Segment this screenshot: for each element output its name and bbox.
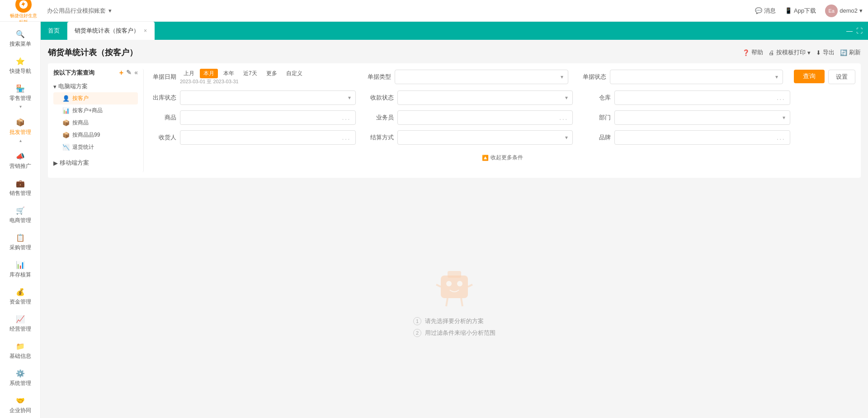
scheme-collapse-btn[interactable]: « bbox=[134, 69, 138, 77]
logo-icon bbox=[15, 0, 32, 13]
minimize-icon[interactable]: — bbox=[846, 27, 853, 34]
message-icon: 💬 bbox=[755, 7, 762, 14]
print-label: 按模板打印 bbox=[776, 48, 806, 57]
empty-tip-2: 2 用过滤条件来缩小分析范围 bbox=[413, 329, 495, 337]
sidebar-item-system-mgmt[interactable]: ⚙️ 系统管理 bbox=[0, 365, 40, 392]
settlement-chevron-icon: ▾ bbox=[565, 134, 568, 141]
tab-close-icon[interactable]: × bbox=[144, 28, 147, 34]
scheme-item-by-customer-product[interactable]: 📊 按客户+商品 bbox=[53, 104, 138, 117]
svg-rect-1 bbox=[448, 271, 461, 278]
out-status-input[interactable]: ▾ bbox=[180, 90, 356, 105]
date-tab-this-month[interactable]: 本月 bbox=[200, 69, 218, 78]
date-tab-more[interactable]: 更多 bbox=[263, 69, 281, 78]
operations-mgmt-icon: 📈 bbox=[16, 315, 25, 323]
filter-field-brand: 品牌 ... bbox=[584, 130, 790, 145]
app-download-btn[interactable]: 📱 App下载 bbox=[785, 7, 816, 15]
settlement-label: 结算方式 bbox=[367, 133, 394, 142]
svg-line-4 bbox=[436, 285, 441, 287]
date-tab-custom[interactable]: 自定义 bbox=[283, 69, 306, 78]
scheme-group-desktop-title[interactable]: ▾ 电脑端方案 bbox=[53, 81, 138, 92]
scheme-item-by-product-99-label: 按商品品99 bbox=[72, 131, 100, 139]
scheme-group-desktop-arrow-icon: ▾ bbox=[53, 83, 57, 90]
sales-mgmt-icon: 💼 bbox=[16, 179, 25, 188]
warehouse-input[interactable]: ... bbox=[614, 90, 790, 105]
print-btn[interactable]: 🖨 按模板打印 ▾ bbox=[769, 48, 811, 57]
retail-mgmt-icon: 🏪 bbox=[16, 84, 25, 93]
scheme-item-by-product-99[interactable]: 📦 按商品品99 bbox=[53, 129, 138, 141]
refresh-label: 刷新 bbox=[849, 48, 861, 57]
sidebar-item-sales-mgmt[interactable]: 💼 销售管理 bbox=[0, 175, 40, 202]
wholesale-arrow-icon: ▴ bbox=[19, 138, 22, 143]
user-menu[interactable]: Ea demo2 ▾ bbox=[825, 5, 863, 17]
sidebar-item-basic-info[interactable]: 📁 基础信息 bbox=[0, 337, 40, 365]
scheme-title: 按以下方案查询 bbox=[53, 69, 94, 77]
department-input[interactable]: ▾ bbox=[614, 110, 790, 125]
sidebar-item-quick-nav[interactable]: ⭐ 快捷导航 bbox=[0, 52, 40, 80]
sidebar-item-wholesale-mgmt[interactable]: 📦 批发管理 ▴ bbox=[0, 114, 40, 147]
sidebar-item-enterprise-collab[interactable]: 🤝 企业协同 bbox=[0, 392, 40, 418]
breadcrumb: 办公用品行业模拟账套 ▾ bbox=[47, 7, 112, 15]
tab-home[interactable]: 首页 bbox=[41, 22, 67, 40]
sidebar-item-finance-mgmt[interactable]: 💰 资金管理 bbox=[0, 283, 40, 310]
sidebar-item-search-menu[interactable]: 🔍 搜索菜单 bbox=[0, 25, 40, 52]
query-button[interactable]: 查询 bbox=[794, 70, 825, 83]
quick-nav-icon: ⭐ bbox=[16, 57, 25, 66]
receipt-status-input[interactable]: ▾ bbox=[397, 90, 573, 105]
scheme-panel: 按以下方案查询 + ✎ « ▾ 电脑端方案 bbox=[53, 69, 144, 172]
scheme-add-btn[interactable]: + bbox=[119, 69, 123, 77]
date-tab-7days[interactable]: 近7天 bbox=[240, 69, 261, 78]
collapse-bar[interactable]: 🔼 收起更多条件 bbox=[149, 150, 855, 165]
page-content: 销货单统计表（按客户） ❓ 帮助 🖨 按模板打印 ▾ ⬇ bbox=[41, 40, 868, 418]
export-btn[interactable]: ⬇ 导出 bbox=[816, 48, 835, 57]
sidebar-label-retail: 零售管理 bbox=[9, 95, 31, 102]
sidebar-item-marketing[interactable]: 📣 营销推广 bbox=[0, 147, 40, 175]
settlement-input[interactable]: ▾ bbox=[397, 130, 573, 145]
collapse-label: 收起更多条件 bbox=[491, 154, 523, 162]
scheme-group-mobile-label: 移动端方案 bbox=[60, 159, 89, 167]
filter-row-4: 收货人 ... 结算方式 ▾ bbox=[149, 130, 855, 145]
enterprise-collab-icon: 🤝 bbox=[16, 396, 25, 405]
receiver-input[interactable]: ... bbox=[180, 130, 356, 145]
filter-field-doc-type: 单据类型 ▾ bbox=[364, 70, 568, 84]
product-input[interactable]: ... bbox=[180, 110, 356, 125]
date-label: 单据日期 bbox=[149, 73, 176, 81]
scheme-group-mobile-title[interactable]: ▶ 移动端方案 bbox=[53, 157, 138, 169]
help-btn[interactable]: ❓ 帮助 bbox=[742, 48, 763, 57]
scheme-item-by-product[interactable]: 📦 按商品 bbox=[53, 117, 138, 129]
brand-input[interactable]: ... bbox=[614, 130, 790, 145]
scheme-edit-btn[interactable]: ✎ bbox=[126, 69, 132, 77]
settings-button[interactable]: 设置 bbox=[828, 70, 855, 84]
sidebar-item-retail-mgmt[interactable]: 🏪 零售管理 ▾ bbox=[0, 80, 40, 114]
sidebar-item-operations-mgmt[interactable]: 📈 经营管理 bbox=[0, 310, 40, 337]
maximize-icon[interactable]: ⛶ bbox=[856, 27, 863, 34]
filter-field-receipt-status: 收款状态 ▾ bbox=[367, 90, 573, 105]
filter-field-department: 部门 ▾ bbox=[584, 110, 790, 125]
filter-field-receiver: 收货人 ... bbox=[149, 130, 356, 145]
refresh-btn[interactable]: 🔄 刷新 bbox=[840, 48, 861, 57]
sidebar-item-purchase-mgmt[interactable]: 📋 采购管理 bbox=[0, 229, 40, 256]
sidebar-item-ecommerce-mgmt[interactable]: 🛒 电商管理 bbox=[0, 202, 40, 229]
by-customer-product-icon: 📊 bbox=[62, 107, 70, 114]
date-tab-this-year[interactable]: 本年 bbox=[220, 69, 238, 78]
scheme-item-by-customer[interactable]: 👤 按客户 bbox=[53, 92, 138, 104]
doc-status-input[interactable]: ▾ bbox=[610, 70, 783, 84]
receipt-status-chevron-icon: ▾ bbox=[565, 95, 568, 101]
sidebar-label-finance: 资金管理 bbox=[9, 298, 31, 306]
sidebar-item-inventory[interactable]: 📊 库存核算 bbox=[0, 256, 40, 283]
scheme-group-mobile-arrow-icon: ▶ bbox=[53, 160, 58, 166]
filter-field-settlement: 结算方式 ▾ bbox=[367, 130, 573, 145]
message-btn[interactable]: 💬 消息 bbox=[755, 7, 776, 15]
username: demo2 bbox=[840, 7, 858, 14]
refresh-icon: 🔄 bbox=[840, 49, 847, 56]
out-status-chevron-icon: ▾ bbox=[348, 95, 351, 101]
export-label: 导出 bbox=[823, 48, 835, 57]
sidebar-label-collab: 企业协同 bbox=[9, 407, 31, 414]
scheme-item-return-stats[interactable]: 📉 退货统计 bbox=[53, 141, 138, 153]
tab-sales-stats[interactable]: 销货单统计表（按客户） × bbox=[67, 22, 155, 40]
doc-type-input[interactable]: ▾ bbox=[395, 70, 568, 84]
date-tab-last-month[interactable]: 上月 bbox=[180, 69, 198, 78]
sidebar-label-basic: 基础信息 bbox=[9, 352, 31, 360]
sidebar-label-system: 系统管理 bbox=[9, 380, 31, 387]
scheme-item-by-product-label: 按商品 bbox=[72, 119, 89, 127]
salesperson-input[interactable]: ... bbox=[397, 110, 573, 125]
